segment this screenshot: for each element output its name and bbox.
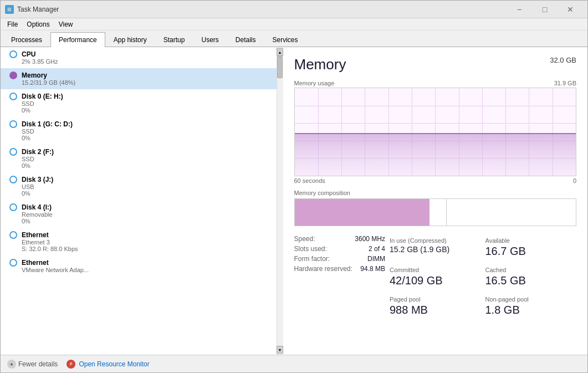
tab-performance[interactable]: Performance [50,32,105,47]
menu-view[interactable]: View [54,19,78,29]
stats-area: In use (Compressed) 15.2 GB (1.9 GB) Ava… [294,235,577,319]
available-value: 16.7 GB [485,245,577,258]
disk1-label: Disk 1 (G: C: D:) [22,120,73,128]
disk3-label: Disk 3 (J:) [22,176,53,183]
scroll-down-button[interactable]: ▼ [277,346,283,354]
tab-details[interactable]: Details [227,32,264,47]
chart-label: Memory usage [294,80,335,86]
stat-cached: Cached 16.5 GB [485,264,577,289]
speed-label: Speed: [294,235,315,243]
sidebar-item-disk4[interactable]: Disk 4 (I:) Removable 0% [1,200,277,228]
disk2-label: Disk 2 (F:) [22,148,54,156]
tab-app-history[interactable]: App history [105,32,155,47]
title-bar: ⊞ Task Manager − □ ✕ [1,1,587,18]
stat-committed: Committed 42/109 GB [390,264,481,289]
tabs-bar: Processes Performance App history Startu… [1,30,587,47]
chart-area [295,131,576,176]
comp-free-segment [447,199,576,226]
composition-label: Memory composition [294,190,577,196]
paged-pool-label: Paged pool [390,296,481,303]
speed-value: 3600 MHz [355,235,385,243]
disk4-sub2: 0% [22,218,270,224]
disk2-sub1: SSD [22,156,270,162]
resource-monitor-icon: ⚡ [67,360,75,369]
sidebar-item-cpu[interactable]: CPU 2% 3.85 GHz [1,47,277,68]
scroll-thumb-area [277,56,283,346]
sidebar-item-disk2[interactable]: Disk 2 (F:) SSD 0% [1,145,277,172]
right-stats: Speed: 3600 MHz Slots used: 2 of 4 Form … [294,235,386,319]
disk0-label: Disk 0 (E: H:) [22,93,63,100]
sidebar-item-disk1[interactable]: Disk 1 (G: C: D:) SSD 0% [1,117,277,145]
stat-paged-pool: Paged pool 988 MB [390,294,481,319]
disk0-sub2: 0% [22,107,270,114]
stat-in-use: In use (Compressed) 15.2 GB (1.9 GB) [390,235,481,260]
chart-label-row: Memory usage 31.9 GB [294,80,577,86]
slots-label: Slots used: [294,245,327,253]
slots-row: Slots used: 2 of 4 [294,245,386,253]
speed-row: Speed: 3600 MHz [294,235,386,243]
tab-users[interactable]: Users [193,32,227,47]
chart-svg [295,88,576,176]
disk4-sub1: Removable [22,211,270,218]
in-use-label: In use (Compressed) [390,237,481,244]
menu-options[interactable]: Options [22,19,54,29]
sidebar-item-ethernet2[interactable]: Ethernet VMware Network Adap... [1,256,277,277]
disk2-sub2: 0% [22,162,270,169]
scroll-up-button[interactable]: ▲ [277,48,283,56]
tab-services[interactable]: Services [264,32,306,47]
app-icon: ⊞ [5,5,14,14]
comp-in-use-segment [295,199,430,226]
sidebar-item-memory[interactable]: Memory 15.2/31.9 GB (48%) [1,68,277,89]
sidebar-wrapper: CPU 2% 3.85 GHz Memory 15.2/31.9 GB (48%… [1,47,283,355]
tab-processes[interactable]: Processes [3,32,50,47]
eth2-sub1: VMware Network Adap... [22,267,270,273]
sidebar: CPU 2% 3.85 GHz Memory 15.2/31.9 GB (48%… [1,47,277,355]
hw-reserved-row: Hardware reserved: 94.8 MB [294,265,386,273]
tab-startup[interactable]: Startup [155,32,193,47]
title-bar-left: ⊞ Task Manager [5,5,59,14]
menu-bar: File Options View [1,18,587,30]
minimize-button[interactable]: − [507,1,532,18]
composition-bar [294,198,577,226]
slots-value: 2 of 4 [369,245,385,253]
open-resource-link[interactable]: Open Resource Monitor [79,360,149,368]
form-label: Form factor: [294,255,330,263]
panel-title: Memory [294,56,346,73]
form-value: DIMM [367,255,385,263]
sidebar-scrollbar[interactable]: ▲ ▼ [277,47,283,355]
close-button[interactable]: ✕ [558,1,583,18]
in-use-value: 15.2 GB (1.9 GB) [390,245,481,254]
sidebar-item-disk3[interactable]: Disk 3 (J:) USB 0% [1,172,277,200]
task-manager-window: ⊞ Task Manager − □ ✕ File Options View P… [0,0,588,373]
sidebar-item-ethernet1[interactable]: Ethernet Ethernet 3 S: 32.0 R: 88.0 Kbps [1,228,277,256]
scroll-thumb[interactable] [277,56,283,78]
disk0-sub1: SSD [22,100,270,107]
disk1-indicator [9,120,17,128]
chart-time-right: 0 [573,177,576,184]
eth1-indicator [9,231,17,239]
chart-time-row: 60 seconds 0 [294,177,577,184]
fewer-details-icon: ▲ [7,360,16,369]
eth2-indicator [9,259,17,267]
menu-file[interactable]: File [3,19,22,29]
cpu-sub: 2% 3.85 GHz [22,58,270,65]
disk4-label: Disk 4 (I:) [22,203,52,211]
comp-standby-segment [430,199,446,226]
non-paged-pool-label: Non-paged pool [485,296,577,303]
fewer-details-label: Fewer details [18,360,58,368]
memory-usage-chart [294,88,577,176]
available-label: Available [485,237,577,244]
cpu-label: CPU [22,50,35,58]
chart-time-left: 60 seconds [294,177,325,184]
maximize-button[interactable]: □ [532,1,558,18]
stat-available: Available 16.7 GB [485,235,577,260]
disk0-indicator [9,93,17,100]
disk1-sub1: SSD [22,128,270,135]
disk2-indicator [9,148,17,156]
title-bar-controls: − □ ✕ [507,1,583,18]
sidebar-item-disk0[interactable]: Disk 0 (E: H:) SSD 0% [1,89,277,117]
disk1-sub2: 0% [22,135,270,141]
disk4-indicator [9,203,17,211]
memory-indicator [9,71,17,79]
fewer-details-button[interactable]: ▲ Fewer details [7,360,58,369]
